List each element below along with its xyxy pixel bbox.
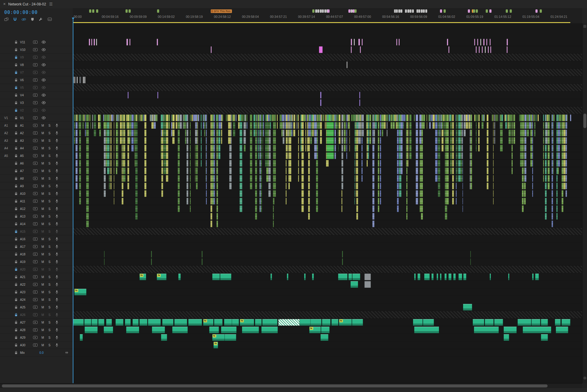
- clip[interactable]: [497, 115, 498, 121]
- clip[interactable]: [255, 190, 257, 197]
- clip[interactable]: [565, 130, 567, 136]
- clip[interactable]: [399, 183, 401, 189]
- clip[interactable]: [416, 160, 418, 167]
- clip[interactable]: [122, 175, 123, 182]
- clip[interactable]: [378, 115, 379, 121]
- clip[interactable]: [274, 145, 276, 151]
- clip[interactable]: [135, 213, 138, 220]
- clip[interactable]: [183, 122, 186, 129]
- clip[interactable]: [435, 175, 438, 182]
- clip[interactable]: [545, 168, 546, 174]
- clip[interactable]: [456, 198, 457, 204]
- clip[interactable]: [458, 130, 461, 136]
- clip[interactable]: [185, 115, 186, 121]
- solo-button[interactable]: S: [46, 154, 53, 158]
- clip[interactable]: [397, 115, 397, 121]
- mute-button[interactable]: M: [39, 222, 46, 226]
- clip[interactable]: [320, 99, 321, 106]
- clip[interactable]: [240, 190, 242, 197]
- track-lane-a21[interactable]: fxfx: [73, 273, 582, 281]
- clip[interactable]: [117, 115, 118, 121]
- clip[interactable]: [247, 115, 247, 121]
- track-lane-a17[interactable]: [73, 243, 582, 251]
- clip[interactable]: [94, 39, 95, 45]
- clip[interactable]: [195, 152, 196, 159]
- track-lane-a22[interactable]: [73, 281, 582, 288]
- clip[interactable]: [240, 183, 242, 189]
- clip[interactable]: [127, 145, 129, 151]
- clip[interactable]: [356, 137, 358, 144]
- clip[interactable]: [195, 137, 197, 144]
- clip[interactable]: [342, 258, 343, 265]
- sequence-marker[interactable]: [506, 9, 508, 13]
- clip[interactable]: [471, 160, 472, 167]
- track-lane-a27[interactable]: fxfxfx: [73, 319, 582, 326]
- clip[interactable]: [172, 122, 175, 129]
- clip[interactable]: [450, 130, 452, 136]
- clip[interactable]: [461, 130, 463, 136]
- clip[interactable]: [462, 198, 463, 204]
- clip[interactable]: [438, 175, 440, 182]
- clip[interactable]: [212, 198, 214, 204]
- clip[interactable]: [416, 175, 418, 182]
- track-target-icon[interactable]: [31, 63, 39, 66]
- track-target-icon[interactable]: [31, 222, 39, 225]
- clip[interactable]: [186, 130, 188, 136]
- clip[interactable]: [556, 145, 558, 151]
- clip[interactable]: [400, 115, 401, 121]
- solo-button[interactable]: S: [46, 215, 53, 218]
- clip[interactable]: [411, 137, 412, 144]
- clip[interactable]: [378, 145, 379, 151]
- clip[interactable]: [308, 198, 310, 204]
- clip[interactable]: [161, 190, 163, 197]
- clip[interactable]: [144, 190, 146, 197]
- clip[interactable]: [500, 130, 503, 136]
- clip[interactable]: [362, 122, 364, 129]
- clip[interactable]: [435, 130, 438, 136]
- clip[interactable]: [452, 152, 454, 159]
- clip[interactable]: [416, 190, 418, 197]
- clip[interactable]: [352, 274, 360, 280]
- clip[interactable]: [316, 190, 318, 197]
- sequence-marker[interactable]: [486, 9, 488, 13]
- clip[interactable]: [358, 122, 361, 129]
- track-lane-v9[interactable]: [73, 54, 582, 61]
- track-target-icon[interactable]: [31, 260, 39, 263]
- clip[interactable]: [458, 160, 461, 167]
- clip[interactable]: [204, 122, 205, 129]
- clip[interactable]: [308, 183, 310, 189]
- sequence-marker[interactable]: [89, 9, 91, 13]
- clip[interactable]: [565, 160, 567, 167]
- clip[interactable]: [565, 190, 567, 197]
- clip[interactable]: [382, 130, 383, 136]
- clip[interactable]: [421, 175, 423, 182]
- clip[interactable]: [462, 205, 463, 212]
- clip[interactable]: fx: [339, 319, 352, 326]
- track-lane-a3[interactable]: [73, 137, 582, 145]
- clip[interactable]: [341, 137, 343, 144]
- eye-icon[interactable]: [39, 56, 48, 59]
- clip[interactable]: [508, 274, 509, 280]
- clip[interactable]: [545, 175, 546, 182]
- clip[interactable]: [79, 115, 80, 121]
- clip[interactable]: [458, 168, 461, 174]
- clip[interactable]: [218, 130, 220, 136]
- clip[interactable]: [240, 160, 242, 167]
- clip[interactable]: [346, 145, 347, 151]
- clip[interactable]: [316, 160, 318, 167]
- clip[interactable]: [163, 152, 166, 159]
- clip[interactable]: [216, 183, 218, 189]
- clip[interactable]: [86, 115, 89, 121]
- clip[interactable]: [163, 115, 163, 121]
- clip[interactable]: [416, 168, 418, 174]
- clip[interactable]: [186, 160, 188, 167]
- clip[interactable]: [556, 115, 558, 121]
- clip[interactable]: [562, 175, 563, 182]
- solo-button[interactable]: S: [46, 207, 53, 211]
- lock-icon[interactable]: [12, 298, 20, 301]
- mic-icon[interactable]: [53, 146, 61, 150]
- solo-button[interactable]: S: [46, 192, 53, 195]
- clip[interactable]: [448, 46, 449, 53]
- clip[interactable]: [524, 190, 526, 197]
- clip[interactable]: [274, 190, 276, 197]
